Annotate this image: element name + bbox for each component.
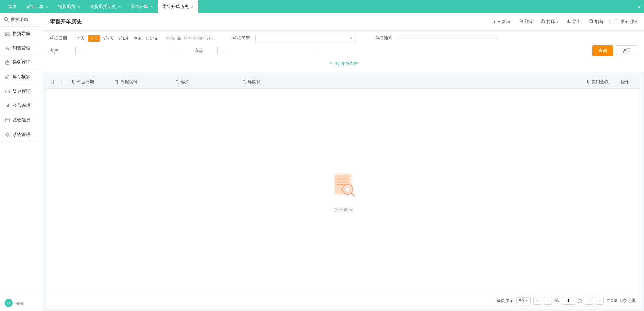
- svg-rect-8: [5, 90, 9, 93]
- print-button[interactable]: 打印 ▾: [539, 17, 560, 26]
- add-button[interactable]: ＋ + 新增: [490, 17, 512, 26]
- sidebar: 搜索采单 快捷导航 销售管理: [0, 13, 43, 311]
- th-number[interactable]: ⇅ 单据编号: [112, 79, 173, 85]
- delete-button[interactable]: 删除: [516, 17, 535, 26]
- svg-line-1: [7, 20, 9, 21]
- query-button[interactable]: 查询: [592, 45, 613, 56]
- settings-icon: [5, 132, 10, 137]
- date-filter-label: 单据日期: [50, 35, 70, 41]
- th-date[interactable]: ⇅ 单据日期: [69, 79, 112, 85]
- sort-icon-customer: ⇅: [176, 79, 179, 84]
- page-input[interactable]: [562, 297, 575, 305]
- date-btn-yesterday[interactable]: 昨天: [75, 35, 86, 42]
- filter-row-date: 单据日期 昨天 今天 近7天 近1月 更多 自定义 2023-06-02 至 2…: [50, 35, 637, 42]
- per-page-arrow: ▼: [525, 299, 528, 303]
- tab-sales-return[interactable]: 销售退货 ✕: [53, 0, 85, 13]
- sidebar-item-quick-nav[interactable]: 快捷导航: [0, 27, 43, 41]
- delete-icon: [518, 19, 523, 24]
- warehouse-icon: [5, 74, 10, 80]
- column-settings-icon[interactable]: [49, 80, 59, 84]
- tab-home[interactable]: 首页: [3, 0, 21, 13]
- close-window-btn[interactable]: ✕: [637, 4, 641, 9]
- tab-close-retail-open-history[interactable]: ✕: [191, 5, 194, 9]
- svg-point-3: [8, 49, 9, 50]
- display-detail-toggle[interactable]: 显示明细: [614, 19, 637, 25]
- collapse-icon: ∧: [329, 61, 332, 66]
- sidebar-item-operations[interactable]: 经营管理: [0, 99, 43, 113]
- tab-retail-open-history[interactable]: 零售开单历史 ✕: [158, 0, 198, 13]
- date-btn-7days[interactable]: 近7天: [102, 35, 115, 42]
- tab-close-sales-order[interactable]: ✕: [46, 5, 49, 9]
- prev-page-btn[interactable]: ‹: [544, 297, 552, 305]
- th-customer[interactable]: ⇅ 客户: [173, 79, 240, 85]
- sidebar-item-system[interactable]: 系统管理: [0, 127, 43, 142]
- type-filter-select[interactable]: ▼: [255, 35, 356, 42]
- sidebar-item-label-operations: 经营管理: [13, 103, 30, 109]
- sidebar-item-basic-info[interactable]: 基础信息: [0, 113, 43, 127]
- tab-sales-order[interactable]: 销售订单 ✕: [21, 0, 53, 13]
- chart-icon: [5, 103, 10, 108]
- date-shortcuts: 昨天 今天 近7天 近1月 更多 自定义: [75, 35, 159, 42]
- refresh-button[interactable]: 刷新: [587, 17, 605, 26]
- filter-row-customer: 客户 ... 商品 ... 查询 设置: [50, 45, 637, 56]
- collapse-row[interactable]: ∧ 收起更多条件: [50, 59, 637, 68]
- svg-point-9: [8, 92, 9, 92]
- filter-area: 单据日期 昨天 今天 近7天 近1月 更多 自定义 2023-06-02 至 2…: [43, 31, 644, 72]
- table-header: ⇅ 单据日期 ⇅ 单据编号 ⇅ 客户 ⇅ 导购员 ⇅ 实销金额: [46, 75, 641, 89]
- sort-icon-guide: ⇅: [243, 79, 246, 84]
- date-btn-custom[interactable]: 自定义: [145, 35, 159, 42]
- total-text: 共0页, 0条记录: [606, 298, 636, 304]
- sidebar-item-purchase[interactable]: 采购管理: [0, 55, 43, 70]
- page-label-prefix: 第: [555, 298, 559, 304]
- tab-close-sales-return[interactable]: ✕: [78, 5, 81, 9]
- svg-point-16: [7, 134, 8, 135]
- search-menu-label: 搜索采单: [11, 17, 28, 23]
- export-button[interactable]: 导出: [564, 17, 583, 26]
- goods-filter-input[interactable]: ...: [217, 47, 318, 55]
- per-page-select[interactable]: 50 ▼: [516, 297, 531, 304]
- sidebar-item-finance[interactable]: 资金管理: [0, 84, 43, 99]
- svg-rect-10: [6, 106, 7, 107]
- sidebar-item-inventory[interactable]: 库存核算: [0, 70, 43, 84]
- sidebar-collapse-btn[interactable]: ◀◀: [15, 300, 23, 306]
- search-menu-btn[interactable]: 搜索采单: [0, 13, 43, 27]
- next-page-btn[interactable]: ›: [585, 297, 593, 305]
- per-page-value: 50: [519, 298, 524, 303]
- first-page-btn[interactable]: «: [533, 297, 541, 305]
- date-range-display: 2023-06-02 至 2023-06-02: [166, 36, 213, 42]
- empty-text: 暂无数据: [334, 207, 353, 213]
- tab-close-sales-return-history[interactable]: ✕: [118, 5, 121, 9]
- svg-rect-7: [7, 77, 8, 79]
- collapse-label: 收起更多条件: [334, 61, 358, 66]
- home-icon: [5, 31, 10, 36]
- date-btn-more[interactable]: 更多: [132, 35, 143, 42]
- date-btn-1month[interactable]: 近1月: [117, 35, 130, 42]
- sidebar-item-label-sales: 销售管理: [13, 45, 30, 51]
- refresh-icon: [589, 19, 593, 24]
- customer-filter-input[interactable]: ...: [75, 47, 176, 55]
- svg-rect-4: [6, 61, 9, 64]
- number-filter-label: 单据编号: [375, 35, 395, 41]
- sidebar-item-label-inventory: 库存核算: [13, 74, 30, 80]
- sidebar-item-label-system: 系统管理: [13, 132, 30, 138]
- number-filter-input[interactable]: [398, 37, 498, 40]
- svg-point-2: [7, 49, 7, 50]
- th-guide[interactable]: ⇅ 导购员: [240, 79, 280, 85]
- display-detail-checkbox[interactable]: [614, 19, 618, 24]
- th-amount[interactable]: ⇅ 实销金额: [571, 79, 611, 85]
- last-page-btn[interactable]: »: [596, 297, 604, 305]
- sidebar-item-sales[interactable]: 销售管理: [0, 41, 43, 55]
- page-label-suffix: 页: [578, 298, 582, 304]
- sort-icon: ⇅: [71, 79, 75, 84]
- sidebar-bottom: ⚙ ◀◀: [0, 295, 43, 311]
- tab-sales-return-history[interactable]: 销货退货历史 ✕: [85, 0, 126, 13]
- tab-retail-open[interactable]: 零售开单 ✕: [126, 0, 158, 13]
- tab-close-retail-open[interactable]: ✕: [150, 5, 153, 9]
- print-icon: [541, 19, 545, 24]
- customer-filter-label: 客户: [50, 48, 70, 54]
- per-page-label: 每页显示: [496, 298, 514, 304]
- date-btn-today[interactable]: 今天: [88, 35, 100, 42]
- settings-button[interactable]: 设置: [616, 45, 637, 56]
- select-all-checkbox[interactable]: [59, 80, 69, 84]
- settings-bottom-icon[interactable]: ⚙: [5, 299, 13, 307]
